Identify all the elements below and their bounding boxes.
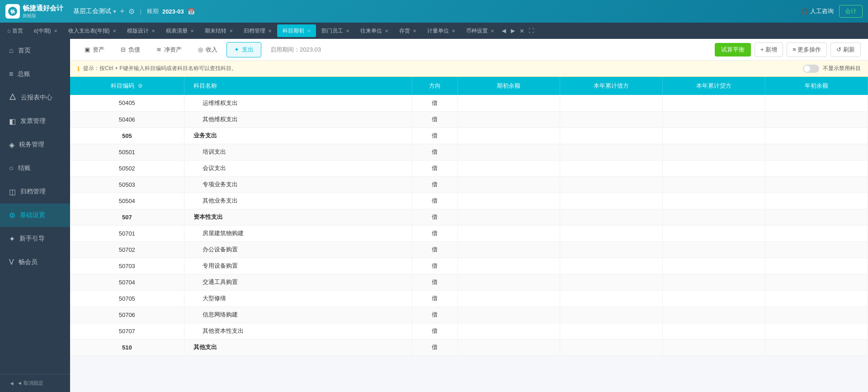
sidebar-collapse-btn[interactable]: ◄ ◄ 取消固定 xyxy=(0,374,70,392)
tab-close-currency[interactable]: ✕ xyxy=(491,28,494,33)
tab-expand-btn[interactable]: ⛶ xyxy=(527,24,536,37)
settings-icon[interactable]: ⚙ xyxy=(128,7,135,16)
sidebar-item-ledger[interactable]: ≡ 总账 xyxy=(0,62,70,86)
cell-debit xyxy=(560,176,663,193)
tab-measure[interactable]: 计量单位 ✕ xyxy=(422,24,461,37)
tab-close-dept[interactable]: ✕ xyxy=(346,28,349,33)
tab-next-btn[interactable]: ▶ xyxy=(509,24,518,37)
balance-button[interactable]: 试算平衡 xyxy=(715,43,751,57)
cell-credit xyxy=(663,209,765,225)
cell-dir: 借 xyxy=(412,258,458,274)
cell-code: 510 xyxy=(70,339,184,355)
table-row[interactable]: 50702 办公设备购置 借 xyxy=(70,241,868,258)
sub-tab-expense[interactable]: ✦ 支出 xyxy=(226,42,261,57)
disable-toggle[interactable] xyxy=(803,65,819,73)
tab-income[interactable]: 收入支出表(年报) ✕ xyxy=(63,24,122,37)
liabilities-icon: ⊟ xyxy=(121,46,126,53)
tab-stock[interactable]: 存货 ✕ xyxy=(394,24,422,37)
refresh-button[interactable]: ↺ 刷新 xyxy=(830,43,861,57)
expense-icon: ✦ xyxy=(234,46,239,53)
assets-icon: ▣ xyxy=(85,46,90,53)
sub-tab-liabilities[interactable]: ⊟ 负债 xyxy=(113,42,147,57)
add-button[interactable]: + 新增 xyxy=(755,43,783,57)
table-row[interactable]: 50701 房屋建筑物购建 借 xyxy=(70,225,868,241)
column-settings-icon[interactable]: ⚙ xyxy=(138,83,143,89)
account-button[interactable]: 会计 xyxy=(839,5,863,18)
cell-credit xyxy=(663,144,765,160)
cell-balance xyxy=(458,128,560,144)
tab-close-interim[interactable]: ✕ xyxy=(54,28,57,33)
tab-close-archive[interactable]: ✕ xyxy=(268,28,272,33)
sidebar-item-checkout[interactable]: ○ 结账 xyxy=(0,156,70,180)
cell-year-balance xyxy=(765,95,868,111)
table-row[interactable]: 505 业务支出 借 xyxy=(70,128,868,144)
tab-tax[interactable]: 税表清册 ✕ xyxy=(160,24,199,37)
sub-tab-income[interactable]: ◎ 收入 xyxy=(191,42,225,57)
tab-close-stock[interactable]: ✕ xyxy=(413,28,416,33)
tab-template[interactable]: 模版设计 ✕ xyxy=(122,24,160,37)
sidebar-item-settings[interactable]: ⚙ 基础设置 xyxy=(0,203,70,227)
sub-tab-assets[interactable]: ▣ 资产 xyxy=(77,42,112,57)
table-row[interactable]: 510 其他支出 借 xyxy=(70,339,868,355)
tab-subject-period[interactable]: 科目期初 ✕ xyxy=(277,24,316,37)
calendar-icon[interactable]: 📅 xyxy=(188,8,195,15)
support-button[interactable]: 🎧 人工咨询 xyxy=(801,7,834,15)
sidebar-item-invoice[interactable]: ◧ 发票管理 xyxy=(0,109,70,133)
tab-close-tax[interactable]: ✕ xyxy=(190,28,194,33)
tab-close-income[interactable]: ✕ xyxy=(113,28,116,33)
cell-dir: 借 xyxy=(412,128,458,144)
toggle-label: 不显示禁用科目 xyxy=(823,65,861,72)
cell-credit xyxy=(663,111,765,128)
tab-home[interactable]: ⌂ 首页 xyxy=(2,24,28,37)
table-row[interactable]: 50405 运维维权支出 借 xyxy=(70,95,868,111)
tab-close-period-end[interactable]: ✕ xyxy=(229,28,233,33)
cell-name: 运维维权支出 xyxy=(184,95,412,111)
sidebar-item-guide[interactable]: ✦ 新手引导 xyxy=(0,227,70,250)
tab-period-end[interactable]: 期末结转 ✕ xyxy=(199,24,238,37)
cell-year-balance xyxy=(765,339,868,355)
cell-credit xyxy=(663,307,765,323)
more-button[interactable]: ≡ 更多操作 xyxy=(787,43,827,57)
tab-currency[interactable]: 币种设置 ✕ xyxy=(461,24,500,37)
tab-prev-btn[interactable]: ◀ xyxy=(500,24,509,37)
sidebar-item-report[interactable]: 云报表中心 xyxy=(0,86,70,109)
add-org-btn[interactable]: + xyxy=(120,7,125,16)
table-row[interactable]: 507 资本性支出 借 xyxy=(70,209,868,225)
header-right: 🎧 人工咨询 会计 xyxy=(801,5,863,18)
table-row[interactable]: 50703 专用设备购置 借 xyxy=(70,258,868,274)
table-row[interactable]: 50705 大型修缮 借 xyxy=(70,290,868,307)
tab-close-template[interactable]: ✕ xyxy=(151,28,155,33)
cell-dir: 借 xyxy=(412,160,458,176)
tab-close-subject[interactable]: ✕ xyxy=(307,28,311,33)
tab-interim[interactable]: ε(中期) ✕ xyxy=(28,24,62,37)
tab-close-all-btn[interactable]: ✕ xyxy=(518,24,527,37)
sidebar-item-member[interactable]: V 畅会员 xyxy=(0,250,70,274)
archive-icon: ◫ xyxy=(9,188,16,196)
table-row[interactable]: 50707 其他资本性支出 借 xyxy=(70,323,868,339)
table-body: 50405 运维维权支出 借 50406 其他维权支出 借 505 业务支出 借… xyxy=(70,95,868,355)
sub-tab-net-assets[interactable]: ≋ 净资产 xyxy=(149,42,189,57)
sidebar-item-tax[interactable]: ◈ 税务管理 xyxy=(0,133,70,156)
cell-name: 其他业务支出 xyxy=(184,193,412,209)
tab-unit[interactable]: 往来单位 ✕ xyxy=(355,24,394,37)
top-header: 畅 畅捷通好会计 旗舰版 基层工会测试 ▾ + ⚙ | 账期 2023-03 📅… xyxy=(0,0,868,23)
tab-dept[interactable]: 部门员工 ✕ xyxy=(316,24,355,37)
table-row[interactable]: 50502 会议支出 借 xyxy=(70,160,868,176)
table-row[interactable]: 50501 培训支出 借 xyxy=(70,144,868,160)
income-icon: ◎ xyxy=(198,46,203,53)
table-row[interactable]: 50406 其他维权支出 借 xyxy=(70,111,868,128)
sidebar-item-home[interactable]: ⌂ 首页 xyxy=(0,39,70,62)
tab-close-unit[interactable]: ✕ xyxy=(385,28,388,33)
tab-close-measure[interactable]: ✕ xyxy=(452,28,455,33)
table-row[interactable]: 50704 交通工具购置 借 xyxy=(70,274,868,290)
cell-dir: 借 xyxy=(412,209,458,225)
table-row[interactable]: 50503 专项业务支出 借 xyxy=(70,176,868,193)
tab-archive[interactable]: 归档管理 ✕ xyxy=(238,24,277,37)
logo-area: 畅 畅捷通好会计 旗舰版 xyxy=(5,4,69,19)
cell-balance xyxy=(458,111,560,128)
org-name[interactable]: 基层工会测试 ▾ xyxy=(73,7,116,15)
table-row[interactable]: 50706 信息网络购建 借 xyxy=(70,307,868,323)
sidebar-item-archive[interactable]: ◫ 归档管理 xyxy=(0,180,70,203)
cell-balance xyxy=(458,323,560,339)
table-row[interactable]: 50504 其他业务支出 借 xyxy=(70,193,868,209)
